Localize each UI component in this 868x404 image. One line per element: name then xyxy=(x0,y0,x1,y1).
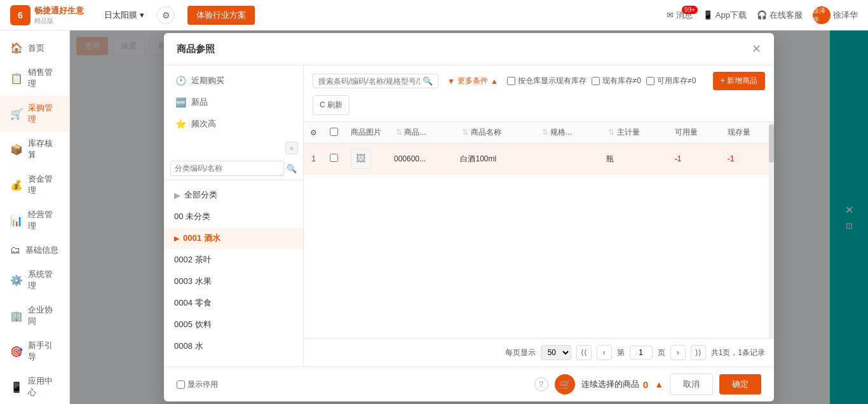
show-disabled-label[interactable]: 显示停用 xyxy=(177,379,218,390)
confirm-btn[interactable]: 确定 xyxy=(719,374,761,394)
category-7[interactable]: 0010 家电 xyxy=(164,357,303,361)
th-img: 商品图片 xyxy=(344,122,388,144)
th-code: ⇅ 商品... xyxy=(388,122,454,144)
avatar: 徐泽华 xyxy=(813,6,831,24)
star-icon: ⭐ xyxy=(175,119,186,129)
scrollbar[interactable] xyxy=(769,122,774,338)
footer-right: ? 🛒 连续选择的商品 0 ▲ 取消 确定 xyxy=(534,374,761,395)
row-img: 🖼 xyxy=(344,144,388,175)
sidebar-item-apps[interactable]: 📱 应用中心 xyxy=(0,369,69,404)
left-quick-tabs: 🕐 近期购买 🆕 新品 ⭐ 频次高 xyxy=(164,71,303,134)
sidebar-item-home[interactable]: 🏠 首页 xyxy=(0,36,69,60)
product-search-input[interactable] xyxy=(318,77,420,86)
online-service-btn[interactable]: 🎧 在线客服 xyxy=(757,10,803,21)
checkbox-warehouse[interactable] xyxy=(507,77,515,85)
trial-btn[interactable]: 体验行业方案 xyxy=(187,6,255,25)
sidebar-item-guide[interactable]: 🎯 新手引导 xyxy=(0,333,69,369)
last-page-btn[interactable]: ⟩⟩ xyxy=(691,345,706,360)
sidebar-item-basic[interactable]: 🗂 基础信息 xyxy=(0,238,69,262)
product-table: ⚙ 商品图片 xyxy=(304,122,774,175)
page-size-select[interactable]: 50 xyxy=(541,345,571,360)
row-num: 1 xyxy=(304,144,323,175)
logo-area: 6 畅捷通好生意 精品版 xyxy=(10,5,84,25)
app-download-btn[interactable]: 📱 App下载 xyxy=(703,10,747,21)
sidebar-item-inventory[interactable]: 📦 库存核算 xyxy=(0,131,69,167)
tab-new-products[interactable]: 🆕 新品 xyxy=(169,92,298,112)
category-2[interactable]: 0002 茶叶 xyxy=(164,249,303,271)
help-icon[interactable]: ? xyxy=(534,377,548,391)
row-unit: 瓶 xyxy=(600,144,668,175)
checkbox-available-label[interactable]: 现有库存≠0 xyxy=(592,76,641,86)
category-search-icon[interactable]: 🔍 xyxy=(287,164,297,173)
sort-unit-icon[interactable]: ⇅ xyxy=(608,128,614,137)
collapse-cart-icon[interactable]: ▲ xyxy=(654,379,663,389)
active-arrow-icon: ▶ xyxy=(174,235,179,242)
sort-name-icon[interactable]: ⇅ xyxy=(462,128,468,137)
sidebar-item-finance[interactable]: 💰 资金管理 xyxy=(0,167,69,203)
chevron-up-icon: ▲ xyxy=(491,77,498,86)
message-badge: 99+ xyxy=(682,6,698,14)
collapse-left-btn[interactable]: « xyxy=(285,142,298,154)
row-checkbox[interactable] xyxy=(330,154,338,162)
checkbox-usable[interactable] xyxy=(646,77,654,85)
refresh-btn[interactable]: C 刷新 xyxy=(313,95,349,115)
table-row[interactable]: 1 🖼 xyxy=(304,144,774,175)
modal-right-panel: 🔍 ▼ 更多条件 ▲ 按仓库显示现有库存 xyxy=(304,65,774,367)
user-avatar[interactable]: 徐泽华 徐泽华 xyxy=(813,6,858,24)
main-layout: 🏠 首页 📋 销售管理 🛒 采购管理 📦 库存核算 💰 资金管理 📊 经营管理 … xyxy=(0,30,868,404)
scrollbar-thumb[interactable] xyxy=(769,125,774,163)
checkbox-available[interactable] xyxy=(592,77,600,85)
settings-icon[interactable]: ⚙ xyxy=(157,6,175,24)
tab-recent-purchase[interactable]: 🕐 近期购买 xyxy=(169,71,298,91)
current-page-input[interactable] xyxy=(630,346,653,360)
new-icon: 🆕 xyxy=(175,97,186,107)
system-icon: ⚙️ xyxy=(10,274,23,286)
category-6[interactable]: 0008 水 xyxy=(164,335,303,357)
sales-icon: 📋 xyxy=(10,72,23,84)
category-3[interactable]: 0003 水果 xyxy=(164,271,303,292)
sidebar: 🏠 首页 📋 销售管理 🛒 采购管理 📦 库存核算 💰 资金管理 📊 经营管理 … xyxy=(0,30,70,404)
sidebar-item-system[interactable]: ⚙️ 系统管理 xyxy=(0,262,69,298)
category-5[interactable]: 0005 饮料 xyxy=(164,314,303,335)
add-product-btn[interactable]: + 新增商品 xyxy=(713,72,765,90)
row-available: -1 xyxy=(668,144,721,175)
product-search-wrap: 🔍 xyxy=(313,74,438,88)
checkbox-warehouse-label[interactable]: 按仓库显示现有库存 xyxy=(507,76,587,86)
tab-frequent[interactable]: ⭐ 频次高 xyxy=(169,114,298,134)
select-count: 0 xyxy=(643,379,648,390)
phone-icon: 📱 xyxy=(703,10,713,20)
sort-spec-icon[interactable]: ⇅ xyxy=(542,128,548,137)
cancel-btn[interactable]: 取消 xyxy=(670,374,713,395)
category-0[interactable]: 00 未分类 xyxy=(164,206,303,227)
guide-icon: 🎯 xyxy=(10,346,23,358)
prev-page-btn[interactable]: ‹ xyxy=(597,345,612,360)
messages-btn[interactable]: ✉ 消息 99+ xyxy=(667,10,693,21)
message-icon: ✉ xyxy=(667,10,674,20)
modal-close-btn[interactable]: ✕ xyxy=(752,42,761,56)
sidebar-item-business[interactable]: 📊 经营管理 xyxy=(0,203,69,238)
enterprise-icon: 🏢 xyxy=(10,310,23,322)
category-4[interactable]: 0004 零食 xyxy=(164,292,303,314)
next-page-btn[interactable]: › xyxy=(670,345,686,360)
nav-selector[interactable]: 日太阳膜 ▾ xyxy=(99,7,149,24)
first-page-btn[interactable]: ⟨⟨ xyxy=(576,345,592,360)
select-all-checkbox[interactable] xyxy=(330,128,338,136)
row-checkbox-cell xyxy=(323,144,344,175)
sidebar-item-sales[interactable]: 📋 销售管理 xyxy=(0,60,69,96)
checkbox-usable-label[interactable]: 可用库存≠0 xyxy=(646,76,696,86)
th-available: 可用量 xyxy=(668,122,721,144)
modal-header: 商品参照 ✕ xyxy=(164,33,774,65)
filter-btn[interactable]: ▼ 更多条件 ▲ xyxy=(444,73,502,89)
sidebar-item-purchase[interactable]: 🛒 采购管理 xyxy=(0,96,69,131)
product-search-icon[interactable]: 🔍 xyxy=(423,76,433,86)
sidebar-item-enterprise[interactable]: 🏢 企业协同 xyxy=(0,298,69,333)
main-content: 查询 设置 刷新 ✕ ⊡ 商品参照 ✕ xyxy=(70,30,868,404)
th-gear: ⚙ xyxy=(304,122,323,144)
category-search-input[interactable] xyxy=(170,161,284,176)
show-disabled-checkbox[interactable] xyxy=(177,380,185,389)
category-all[interactable]: ▶ 全部分类 xyxy=(164,184,303,206)
sort-code-icon[interactable]: ⇅ xyxy=(396,128,402,137)
category-1[interactable]: ▶ 0001 酒水 xyxy=(164,227,303,249)
th-name: ⇅ 商品名称 xyxy=(454,122,533,144)
row-stock: -1 xyxy=(721,144,774,175)
